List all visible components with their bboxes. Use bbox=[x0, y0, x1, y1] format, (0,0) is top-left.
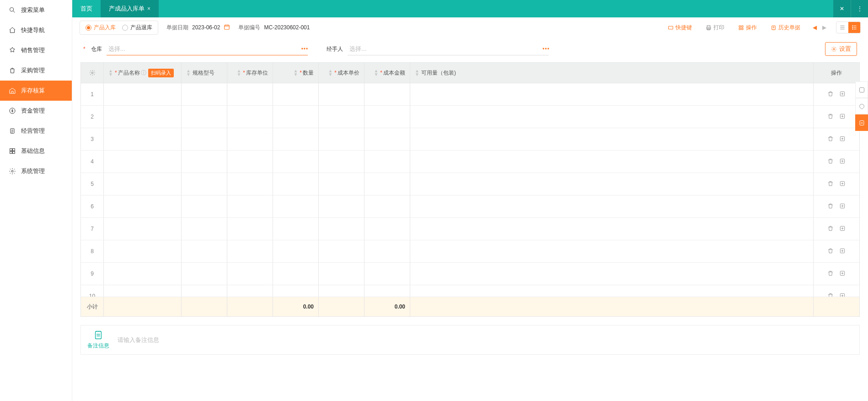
sidebar-item-4[interactable]: 库存核算 bbox=[0, 81, 72, 101]
svg-rect-9 bbox=[669, 26, 673, 29]
sidebar-item-7[interactable]: 基础信息 bbox=[0, 141, 72, 161]
print-button[interactable]: 打印 bbox=[703, 24, 727, 32]
add-row-icon[interactable] bbox=[839, 158, 846, 166]
add-row-icon[interactable] bbox=[839, 293, 846, 297]
sidebar-item-2[interactable]: 销售管理 bbox=[0, 40, 72, 60]
add-row-icon[interactable] bbox=[839, 270, 846, 278]
notes-input[interactable] bbox=[118, 336, 853, 343]
sidebar-item-label: 销售管理 bbox=[21, 46, 45, 54]
sidebar-item-3[interactable]: 采购管理 bbox=[0, 60, 72, 81]
delete-row-icon[interactable] bbox=[827, 91, 834, 98]
view-compact[interactable] bbox=[836, 22, 848, 33]
topbar-close-button[interactable]: ✕ bbox=[833, 0, 851, 17]
table-row[interactable]: 2 bbox=[81, 106, 859, 128]
delete-row-icon[interactable] bbox=[827, 180, 834, 188]
table-row[interactable]: 1 bbox=[81, 83, 859, 106]
radio-product-in[interactable]: 产品入库 bbox=[86, 24, 116, 32]
sidebar-item-label: 基础信息 bbox=[21, 147, 45, 155]
next-arrow-icon[interactable]: ▶ bbox=[821, 24, 828, 31]
prev-arrow-icon[interactable]: ◀ bbox=[811, 24, 818, 31]
sidebar-item-8[interactable]: 系统管理 bbox=[0, 161, 72, 181]
delete-row-icon[interactable] bbox=[827, 270, 834, 278]
float-tab-3[interactable] bbox=[855, 114, 868, 131]
sidebar-item-0[interactable]: 搜索菜单 bbox=[0, 0, 72, 20]
doc-date[interactable]: 单据日期 2023-06-02 bbox=[166, 24, 230, 32]
delete-row-icon[interactable] bbox=[827, 203, 834, 211]
delete-row-icon[interactable] bbox=[827, 293, 834, 297]
help-icon[interactable]: ⓘ bbox=[141, 69, 146, 77]
float-tab-1[interactable] bbox=[855, 81, 868, 98]
col-amount[interactable]: ▲▼*成本金额 bbox=[364, 63, 410, 83]
subtotal-amount: 0.00 bbox=[364, 297, 410, 316]
close-icon[interactable]: × bbox=[147, 5, 150, 12]
add-row-icon[interactable] bbox=[839, 135, 846, 143]
sidebar-item-label: 资金管理 bbox=[21, 107, 45, 115]
shortcut-button[interactable]: 快捷键 bbox=[665, 24, 695, 32]
radio-product-out[interactable]: 产品退库 bbox=[122, 24, 152, 32]
col-qty[interactable]: ▲▼*数量 bbox=[273, 63, 319, 83]
svg-point-0 bbox=[10, 8, 14, 11]
sidebar-item-5[interactable]: 资金管理 bbox=[0, 101, 72, 121]
col-product-name[interactable]: ▲▼*产品名称ⓘ 扫码录入 bbox=[104, 63, 182, 83]
sidebar-item-6[interactable]: 经营管理 bbox=[0, 121, 72, 141]
tab-current[interactable]: 产成品入库单× bbox=[101, 0, 159, 17]
table-row[interactable]: 5 bbox=[81, 173, 859, 195]
add-row-icon[interactable] bbox=[839, 113, 846, 121]
view-detail[interactable] bbox=[848, 22, 860, 33]
table-row[interactable]: 8 bbox=[81, 240, 859, 263]
float-tab-2[interactable] bbox=[855, 98, 868, 114]
warehouse-more-icon[interactable]: ••• bbox=[301, 46, 309, 52]
svg-rect-16 bbox=[742, 28, 743, 29]
svg-rect-13 bbox=[739, 26, 740, 27]
handler-more-icon[interactable]: ••• bbox=[542, 46, 550, 52]
tab-home[interactable]: 首页 bbox=[72, 0, 101, 17]
gear-icon bbox=[8, 167, 16, 175]
delete-row-icon[interactable] bbox=[827, 113, 834, 121]
svg-rect-3 bbox=[10, 149, 12, 151]
svg-point-18 bbox=[852, 26, 853, 26]
add-row-icon[interactable] bbox=[839, 91, 846, 98]
warehouse-input[interactable] bbox=[107, 43, 308, 55]
table-row[interactable]: 4 bbox=[81, 151, 859, 173]
svg-rect-14 bbox=[742, 26, 743, 27]
table-row[interactable]: 3 bbox=[81, 128, 859, 151]
add-row-icon[interactable] bbox=[839, 225, 846, 233]
sidebar-item-label: 搜索菜单 bbox=[21, 6, 45, 14]
sidebar-item-1[interactable]: 快捷导航 bbox=[0, 20, 72, 40]
secondary-bar: 产品入库 产品退库 单据日期 2023-06-02 单据编号 MC-202306… bbox=[72, 17, 868, 38]
delete-row-icon[interactable] bbox=[827, 158, 834, 166]
history-button[interactable]: 历史单据 bbox=[768, 24, 803, 32]
col-avail[interactable]: ▲▼可用量（包装) bbox=[410, 63, 814, 83]
col-price[interactable]: ▲▼*成本单价 bbox=[319, 63, 364, 83]
scan-tag[interactable]: 扫码录入 bbox=[148, 69, 174, 77]
col-unit[interactable]: ▲▼*库存单位 bbox=[227, 63, 273, 83]
col-spec[interactable]: ▲▼规格型号 bbox=[182, 63, 227, 83]
table-row[interactable]: 6 bbox=[81, 195, 859, 218]
add-row-icon[interactable] bbox=[839, 180, 846, 188]
table-row[interactable]: 10 bbox=[81, 285, 859, 297]
topbar-more-button[interactable]: ⋮ bbox=[851, 0, 868, 17]
add-row-icon[interactable] bbox=[839, 203, 846, 211]
subtotal-label: 小计 bbox=[81, 297, 104, 316]
delete-row-icon[interactable] bbox=[827, 248, 834, 255]
settings-button[interactable]: 设置 bbox=[825, 42, 857, 56]
table-row[interactable]: 9 bbox=[81, 263, 859, 285]
delete-row-icon[interactable] bbox=[827, 225, 834, 233]
sidebar-item-label: 系统管理 bbox=[21, 167, 45, 175]
sidebar: 搜索菜单快捷导航销售管理采购管理库存核算资金管理经营管理基础信息系统管理 bbox=[0, 0, 72, 401]
add-row-icon[interactable] bbox=[839, 248, 846, 255]
bag-icon bbox=[8, 66, 16, 75]
view-toggle bbox=[836, 22, 861, 33]
subtotal-qty: 0.00 bbox=[273, 297, 319, 316]
sidebar-item-label: 经营管理 bbox=[21, 127, 45, 135]
svg-rect-6 bbox=[13, 152, 15, 154]
svg-rect-35 bbox=[859, 87, 864, 92]
col-gear[interactable] bbox=[81, 63, 104, 83]
table-footer: 小计 0.00 0.00 bbox=[81, 297, 859, 316]
delete-row-icon[interactable] bbox=[827, 135, 834, 143]
operate-button[interactable]: 操作 bbox=[735, 24, 760, 32]
search-icon bbox=[8, 6, 16, 14]
handler-input[interactable] bbox=[348, 43, 549, 55]
table-row[interactable]: 7 bbox=[81, 218, 859, 240]
money-icon bbox=[8, 107, 16, 115]
